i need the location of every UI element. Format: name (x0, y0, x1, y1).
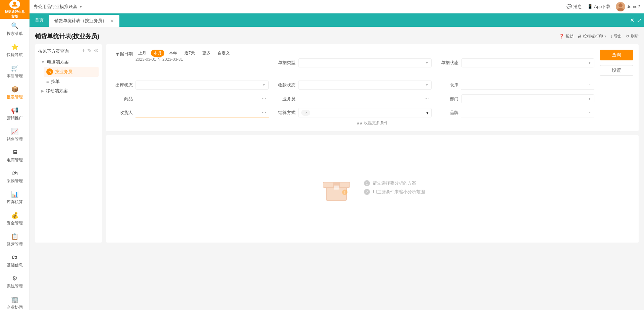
collapse-panel-icon[interactable]: ≪ (94, 48, 99, 55)
action-placeholder-3 (600, 94, 633, 103)
tab-close-icon[interactable]: ✕ (110, 18, 114, 23)
salesman-label: 业务员 (274, 96, 296, 102)
date-custom[interactable]: 自定义 (215, 50, 232, 57)
main-area: 办公用品行业模拟账套 ▾ 💬 消息 📱 App下载 demo2 首页 (30, 0, 644, 310)
box-icon: 📦 (11, 86, 18, 93)
dept-select[interactable]: ▾ (461, 94, 594, 103)
query-button[interactable]: 查询 (600, 50, 633, 60)
tabbar-actions: ✕ ⤢ (630, 17, 644, 23)
doc-type-select[interactable]: ▾ (298, 58, 431, 67)
tab-home[interactable]: 首页 (30, 13, 49, 27)
tree-group-mobile[interactable]: ▶ 移动端方案 (38, 86, 99, 96)
message-button[interactable]: 💬 消息 (567, 4, 582, 10)
tab-sales-stat[interactable]: 销货单统计表（按业务员） ✕ (49, 15, 119, 27)
sidebar-item-base[interactable]: 🗂 基础信息 (0, 251, 29, 271)
sidebar-item-label: 销售管理 (7, 137, 23, 142)
sidebar-item-purchase[interactable]: 🛍 采购管理 (0, 166, 29, 187)
sidebar-item-search[interactable]: 🔍 搜索菜单 (0, 19, 29, 40)
refresh-label: 刷新 (631, 34, 639, 39)
out-status-select[interactable]: ▾ (136, 81, 269, 90)
tree-expand-icon: ▼ (41, 60, 45, 64)
template-print-button[interactable]: 🖨 按模板打印 ▾ (578, 34, 606, 39)
sidebar-item-wholesale[interactable]: 📦 批发管理 (0, 82, 29, 103)
doc-type-label: 单据类型 (274, 60, 296, 66)
warehouse-cell: 仓库 ··· (437, 81, 594, 90)
collection-status-arrow-icon: ▾ (426, 83, 428, 87)
sidebar-item-label: 电商管理 (7, 157, 23, 163)
goods-cell: 商品 ··· (111, 94, 269, 103)
empty-state-content: ! 1 请先选择要分析的方案 2 用过滤条件来缩小分析范围 (320, 172, 425, 206)
money-icon: 💰 (11, 212, 18, 219)
sidebar-item-quicknav[interactable]: ⭐ 快捷导航 (0, 40, 29, 61)
goods-dots-icon: ··· (262, 96, 266, 102)
collection-status-cell: 收款状态 ▾ (274, 81, 431, 90)
edit-scheme-icon[interactable]: ✎ (87, 48, 92, 55)
sidebar-item-sales[interactable]: 📈 销售管理 (0, 124, 29, 146)
collapse-button[interactable]: ∧∧ 收起更多条件 (357, 120, 388, 126)
date-7days[interactable]: 近7天 (182, 50, 198, 57)
tree-group-desktop[interactable]: ▼ 电脑端方案 (38, 57, 99, 67)
consignee-input[interactable]: ··· (136, 108, 269, 117)
date-more[interactable]: 更多 (200, 50, 213, 57)
tree-item-by-salesman[interactable]: 按 按业务员 (44, 67, 99, 77)
sidebar-item-retail[interactable]: 🛒 零售管理 (0, 61, 29, 82)
search-icon: 🔍 (11, 22, 18, 30)
settlement-input[interactable]: × ▾ (298, 108, 431, 117)
page-actions: ❓ 帮助 🖨 按模板打印 ▾ ↓ 导出 ↻ 刷新 (559, 34, 639, 39)
filter-row-1: 单据日期 上月 本月 本年 近7天 更多 自定义 20 (111, 50, 633, 76)
collection-status-label: 收款状态 (274, 82, 296, 88)
setting-button[interactable]: 设置 (600, 65, 633, 76)
page-title: 销货单统计表(按业务员) (35, 32, 99, 40)
tree-group-desktop-label: 电脑端方案 (47, 59, 69, 65)
date-last-month[interactable]: 上月 (136, 50, 149, 57)
sidebar-item-system[interactable]: ⚙ 系统管理 (0, 271, 29, 293)
sidebar-item-inventory[interactable]: 📊 库存核算 (0, 187, 29, 208)
warehouse-label: 仓库 (437, 82, 459, 88)
sidebar-item-marketing[interactable]: 📢 营销推广 (0, 103, 29, 124)
content-area: 销货单统计表(按业务员) ❓ 帮助 🖨 按模板打印 ▾ ↓ 导出 ↻ 刷新 (30, 27, 644, 310)
goods-input[interactable]: ··· (136, 94, 269, 103)
doc-status-select[interactable]: ▾ (461, 58, 594, 67)
tree-item-by-order[interactable]: ≡ 按单 (44, 77, 99, 86)
page-header: 销货单统计表(按业务员) ❓ 帮助 🖨 按模板打印 ▾ ↓ 导出 ↻ 刷新 (35, 32, 639, 40)
settlement-label: 结算方式 (274, 110, 296, 116)
refresh-button[interactable]: ↻ 刷新 (626, 34, 639, 39)
add-scheme-button[interactable]: + (82, 48, 85, 55)
collection-status-select[interactable]: ▾ (298, 81, 431, 90)
tab-close-all-icon[interactable]: ✕ (630, 17, 634, 23)
app-download-button[interactable]: 📱 App下载 (587, 4, 610, 10)
tab-maximize-icon[interactable]: ⤢ (637, 17, 641, 23)
sidebar-item-ops[interactable]: 📋 经营管理 (0, 229, 29, 251)
goods-label: 商品 (111, 96, 133, 102)
bag-icon: 🛍 (12, 170, 18, 177)
warehouse-input[interactable]: ··· (461, 81, 594, 90)
date-filter-cell: 单据日期 上月 本月 本年 近7天 更多 自定义 20 (111, 50, 269, 76)
date-this-year[interactable]: 本年 (166, 50, 180, 57)
app-subtitle: 标版 (11, 14, 18, 19)
topbar-title: 办公用品行业模拟账套 (34, 4, 77, 10)
action-buttons: 查询 设置 (600, 50, 633, 76)
svg-point-0 (13, 2, 16, 5)
settlement-tag-close[interactable]: × (305, 110, 308, 115)
filter-row-4: 收货人 ··· 结算方式 × (111, 108, 633, 117)
topbar-dropdown-icon[interactable]: ▾ (80, 4, 82, 9)
sidebar-item-finance[interactable]: 💰 资金管理 (0, 208, 29, 229)
dept-label: 部门 (437, 96, 459, 102)
brand-input[interactable]: ··· (461, 108, 594, 117)
content-body: 按以下方案查询 + ✎ ≪ ▼ 电脑端方案 按 (35, 44, 639, 243)
sidebar-item-label: 经营管理 (7, 242, 23, 247)
doc-type-arrow-icon: ▾ (426, 61, 428, 65)
consignee-cell: 收货人 ··· (111, 108, 269, 117)
sidebar-item-corp[interactable]: 🏢 企业协同 (0, 293, 29, 310)
empty-hints: 1 请先选择要分析的方案 2 用过滤条件来缩小分析范围 (364, 180, 425, 198)
main-filter-area: 单据日期 上月 本月 本年 近7天 更多 自定义 20 (106, 44, 639, 243)
sidebar-item-ecom[interactable]: 🖥 电商管理 (0, 146, 29, 166)
date-this-month[interactable]: 本月 (151, 50, 164, 57)
export-button[interactable]: ↓ 导出 (610, 34, 622, 39)
sidebar-item-label: 基础信息 (7, 262, 23, 268)
user-profile[interactable]: demo2 (616, 2, 640, 11)
doc-status-label: 单据状态 (437, 60, 459, 66)
help-button[interactable]: ❓ 帮助 (559, 34, 574, 39)
salesman-input[interactable]: ··· (298, 94, 431, 103)
star-icon: ⭐ (11, 43, 18, 51)
